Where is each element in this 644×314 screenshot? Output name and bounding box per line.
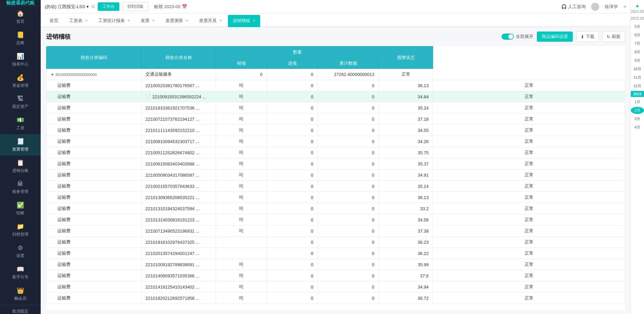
window-close-button[interactable]: × bbox=[623, 4, 626, 10]
cell-cumulative: 34.94 bbox=[379, 281, 433, 293]
table-row[interactable]: 运输费22100713490523196931 ...吨0037.38正常 bbox=[46, 225, 625, 237]
table-row[interactable]: 运输费22100215570357643633 ...吨0035.14正常 bbox=[46, 181, 625, 192]
toggle-track[interactable] bbox=[502, 34, 514, 40]
cal-month-11[interactable]: 11月 bbox=[631, 74, 644, 81]
table-row[interactable]: 运输费22101009192789838691 ...吨0035.99正常 bbox=[46, 259, 625, 270]
cell-flag: 吨 bbox=[216, 225, 267, 237]
cal-month-3[interactable]: 3月 bbox=[631, 115, 644, 122]
table-row[interactable]: 运输费22101408593571035366 ...吨0037.6正常 bbox=[46, 270, 625, 281]
cal-month-2-active[interactable]: 2月 bbox=[631, 107, 644, 114]
cell-cumulative: 34.55 bbox=[379, 125, 433, 136]
cal-month-9[interactable]: 9月 bbox=[631, 57, 644, 64]
cal-month-12[interactable]: 12月 bbox=[631, 82, 644, 90]
switch-old-button[interactable]: 切到旧版 bbox=[122, 2, 149, 11]
tab-close-invoice[interactable]: × bbox=[152, 18, 155, 23]
sidebar-item-tax[interactable]: 🏛 税务管理 bbox=[0, 177, 41, 198]
cell-flag: 吨 bbox=[216, 158, 267, 170]
table-row[interactable]: 运输费22100810094532303717 ...吨0034.26正常 bbox=[46, 136, 625, 147]
calendar-up-arrow[interactable]: ▲ bbox=[635, 3, 640, 8]
tab-salary-report[interactable]: 工资统计报表 × bbox=[94, 15, 135, 27]
th-sales: 销项 bbox=[216, 58, 267, 69]
cal-month-5[interactable]: 5月 bbox=[631, 23, 644, 30]
table-body: ▼ 30100000000000000000交通运输服务0027262.4000… bbox=[46, 69, 625, 304]
workspace-button[interactable]: 工作台 bbox=[98, 2, 119, 11]
refresh-button[interactable]: ↻ 刷新 bbox=[602, 31, 625, 42]
tab-salary-table[interactable]: 工资表 × bbox=[64, 15, 92, 27]
table-row[interactable]: ▼ 30100000000000000000交通运输服务0027262.4000… bbox=[46, 69, 625, 80]
tab-close-invoice-open[interactable]: × bbox=[219, 18, 222, 23]
company-selector[interactable]: (勿动) 江西报宝-LSS ▾ bbox=[45, 4, 89, 10]
table-row[interactable]: 运输费22102013574294001247 ...0036.22正常 bbox=[46, 248, 625, 259]
cell-purchase: 0 bbox=[318, 203, 379, 214]
cal-month-10[interactable]: 10月 bbox=[631, 65, 644, 73]
cal-year-2023-label[interactable]: 2023 bbox=[631, 91, 644, 97]
sidebar-item-invoice[interactable]: 🧾 发票管理 bbox=[0, 134, 41, 156]
table-row[interactable]: 运输费22101111143592152210 ...吨0034.55正常 bbox=[46, 125, 625, 136]
table-row[interactable]: 运输费22101910361921707536 ...吨0035.24正常 bbox=[46, 102, 625, 114]
cell-name: 交通运输服务 bbox=[141, 69, 216, 80]
table-row[interactable]: 运输费22101314030816191223 ...吨0034.56正常 bbox=[46, 214, 625, 225]
table-row[interactable]: 运输费22101820212692571958 ...吨0036.72正常 bbox=[46, 293, 625, 304]
tab-invoice-calc[interactable]: 发票测算 × bbox=[161, 15, 193, 27]
support-link[interactable]: 🎧 人工咨询 bbox=[561, 4, 586, 10]
table-row[interactable]: 运输费22101310194324037594 ...吨0033.2正常 bbox=[46, 203, 625, 214]
cell-flag: 吨 bbox=[216, 214, 267, 225]
cal-month-6[interactable]: 6月 bbox=[631, 32, 644, 39]
cell-code: 运输费 bbox=[46, 192, 141, 203]
sidebar-item-ledger[interactable]: 📒 总账 bbox=[0, 28, 41, 49]
sidebar-item-inout[interactable]: 📋 进销台账 bbox=[0, 156, 41, 177]
table-row[interactable]: 运输费22100511252826674802 ...吨0035.75正常 bbox=[46, 147, 625, 158]
table-row[interactable]: 运输费22101916102976437325 ...0036.23正常 bbox=[46, 237, 625, 248]
tab-close-reconcile[interactable]: × bbox=[253, 18, 255, 23]
sidebar-item-closing[interactable]: ✅ 结账 bbox=[0, 198, 41, 219]
table-row[interactable]: 运输费22101419125410143402 ...吨0034.94正常 bbox=[46, 281, 625, 293]
cell-status: 正常 bbox=[433, 136, 625, 147]
cell-status: 正常 bbox=[433, 248, 625, 259]
cal-month-8[interactable]: 8月 bbox=[631, 48, 644, 56]
tab-close-invoice-calc[interactable]: × bbox=[186, 18, 188, 23]
cell-purchase: 0 bbox=[318, 91, 379, 102]
calendar-icon: 📅 bbox=[182, 4, 187, 9]
table-row[interactable]: 运输费22101309365208535221 ...吨0036.13正常 bbox=[46, 192, 625, 203]
table-row[interactable]: 运输费📄22100915031396592224 ...吨0034.84正常 bbox=[46, 91, 625, 102]
tab-invoice[interactable]: 发票 × bbox=[136, 15, 159, 27]
cal-month-1[interactable]: 1月 bbox=[631, 98, 644, 105]
sidebar-item-guide[interactable]: 📖 新手引导 bbox=[0, 262, 41, 283]
expand-toggle[interactable]: 全部展开 bbox=[502, 34, 533, 40]
sidebar-item-assets[interactable]: 🏗 固定资产 bbox=[0, 92, 41, 113]
cell-sales: 0 bbox=[267, 170, 318, 181]
cal-year-2023-prev2: 2023.02 bbox=[631, 16, 644, 20]
table-row[interactable]: 运输费22100721573762194127 ...吨0037.18正常 bbox=[46, 114, 625, 125]
tab-reconcile[interactable]: 进销稽核 × bbox=[228, 15, 260, 27]
toggle-thumb bbox=[508, 34, 513, 39]
tab-close-salary-report[interactable]: × bbox=[128, 18, 130, 23]
tab-close-salary-table[interactable]: × bbox=[85, 18, 87, 23]
cell-purchase: 0 bbox=[318, 125, 379, 136]
sidebar-item-archive[interactable]: 📁 归档管理 bbox=[0, 219, 41, 241]
cell-name: 22100215570357643633 ... bbox=[141, 181, 216, 192]
table-row[interactable]: 运输费22100509034317086587 ...吨0034.91正常 bbox=[46, 170, 625, 181]
product-code-button[interactable]: 商品编码设置 bbox=[537, 32, 573, 42]
cell-flag: 吨 bbox=[216, 114, 267, 125]
cal-month-4[interactable]: 4月 bbox=[631, 124, 644, 131]
cell-flag: 吨 bbox=[216, 170, 267, 181]
sidebar-item-home[interactable]: 🏠 首页 bbox=[0, 6, 41, 28]
guide-icon: 📖 bbox=[17, 266, 24, 273]
table-row[interactable]: 运输费22100523381780176567 ...吨0036.13正常 bbox=[46, 80, 625, 91]
download-button[interactable]: ⬇ 下载 bbox=[576, 31, 599, 42]
expand-icon[interactable]: ▼ 30100000000000000000 bbox=[51, 73, 97, 77]
sidebar-item-reports[interactable]: 📊 报表中心 bbox=[0, 49, 41, 71]
cell-purchase: 0 bbox=[318, 181, 379, 192]
tab-invoice-open[interactable]: 发票开具 × bbox=[194, 15, 227, 27]
unpin-button[interactable]: 取消固定 bbox=[0, 305, 41, 314]
sidebar-item-capital[interactable]: 💰 资金管理 bbox=[0, 71, 41, 92]
cell-name: 22100721573762194127 ... bbox=[141, 114, 216, 125]
cell-purchase: 0 bbox=[318, 214, 379, 225]
tab-home[interactable]: 首页 bbox=[45, 15, 63, 27]
table-row[interactable]: 运输费22100615083403402688 ...吨0035.37正常 bbox=[46, 158, 625, 170]
sidebar-item-settings[interactable]: ⚙ 设置 bbox=[0, 241, 41, 262]
sidebar-item-salary[interactable]: 💵 工资 bbox=[0, 113, 41, 134]
cell-sales: 0 bbox=[267, 102, 318, 114]
cal-month-7[interactable]: 7月 bbox=[631, 40, 644, 47]
sidebar-item-member[interactable]: 👑 畅会员 bbox=[0, 283, 41, 305]
